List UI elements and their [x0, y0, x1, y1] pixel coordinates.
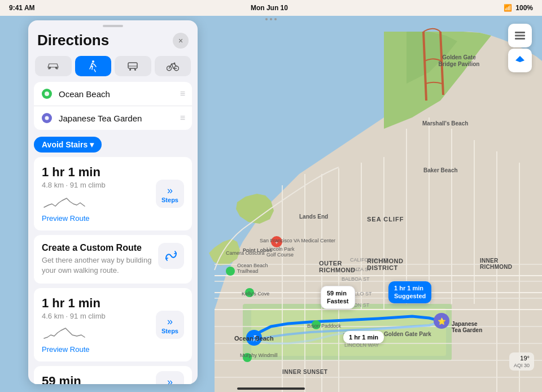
transport-car[interactable]: [35, 56, 72, 76]
drag-handle[interactable]: [103, 25, 123, 27]
label-outerrichmond: OUTERRICHMOND: [319, 260, 356, 273]
map-layers-btn[interactable]: [508, 24, 532, 47]
label-jteagarden: JapaneseTea Garden: [452, 321, 482, 333]
weather-aqi: AQI 30: [514, 363, 530, 368]
route-1-time: 1 hr 1 min: [42, 165, 184, 180]
svg-point-47: [92, 60, 94, 63]
callout-suggested[interactable]: 1 hr 1 min Suggested: [388, 281, 431, 303]
route-3-steps-btn[interactable]: » Steps: [156, 371, 184, 384]
transport-modes: [28, 54, 198, 82]
callout-fastest-time: 59 min: [327, 289, 349, 297]
panel-header: Directions ×: [28, 29, 198, 54]
weather-temp: 19°: [520, 355, 530, 361]
custom-route-icon: [158, 243, 184, 269]
origin-reorder-icon[interactable]: ≡: [180, 89, 185, 99]
label-ggpark: Golden Gate Park: [384, 331, 431, 337]
status-bar: 9:41 AM Mon Jun 10 📶 100%: [0, 0, 542, 16]
callout-route1-time: 1 hr 1 min: [349, 333, 378, 341]
transport-bike[interactable]: [155, 56, 191, 76]
routes-scroll[interactable]: 1 hr 1 min 4.8 km · 91 m climb Preview R…: [28, 157, 198, 384]
route-card-2: 1 hr 1 min 4.6 km · 91 m climb Preview R…: [34, 288, 192, 361]
route-2-steps-btn[interactable]: » Steps: [156, 311, 184, 339]
steps-chevron-icon: »: [167, 185, 173, 197]
label-innerrichmond: INNERRICHMOND: [480, 258, 512, 270]
map-btn-group: [508, 24, 532, 72]
route-1-preview[interactable]: Preview Route: [42, 214, 184, 223]
dest-name: Japanese Tea Garden: [59, 114, 174, 123]
callout-suggested-label: Suggested: [394, 292, 426, 300]
callout-suggested-time: 1 hr 1 min: [394, 284, 426, 292]
avoid-stairs-label: Avoid Stairs: [42, 140, 88, 149]
panel-title: Directions: [37, 32, 109, 49]
custom-route-description: Get there another way by building your o…: [42, 255, 152, 276]
svg-point-55: [45, 116, 49, 120]
chevron-down-icon: ▾: [90, 140, 94, 149]
locations-section: Ocean Beach ≡ Japanese Tea Garden ≡: [34, 82, 192, 130]
route-1-steps-label: Steps: [161, 197, 178, 203]
label-baker: Baker Beach: [423, 167, 458, 173]
svg-point-46: [55, 67, 58, 69]
label-oceanbeach: Ocean Beach: [234, 335, 274, 342]
svg-rect-44: [515, 38, 525, 40]
route-card-3: 59 min 4.6 km · 91 m climb » Steps: [34, 366, 192, 384]
route-2-steps-label: Steps: [161, 328, 178, 334]
avoid-stairs-btn[interactable]: Avoid Stairs ▾: [34, 137, 102, 153]
origin-name: Ocean Beach: [59, 89, 174, 99]
route-2-preview[interactable]: Preview Route: [42, 345, 184, 354]
label-landsend: Lands End: [299, 214, 328, 220]
label-richmond: RICHMONDDISTRICT: [367, 258, 404, 271]
weather-badge: 19° AQI 30: [509, 352, 534, 371]
callout-fastest[interactable]: 59 min Fastest: [321, 286, 355, 309]
route-1-elevation: [42, 194, 87, 210]
origin-icon-container: [41, 88, 53, 100]
route-1-steps-btn[interactable]: » Steps: [156, 180, 184, 208]
route-2-time: 1 hr 1 min: [42, 296, 184, 311]
custom-route-text: Create a Custom Route Get there another …: [42, 243, 152, 276]
label-ggbridge: Golden Gate Bridge Pavilion: [434, 54, 484, 68]
close-button[interactable]: ×: [173, 33, 189, 49]
svg-text:BALBOA ST: BALBOA ST: [342, 276, 370, 282]
transport-walk[interactable]: [75, 56, 112, 76]
top-dots: [265, 18, 277, 20]
callout-fastest-label: Fastest: [327, 297, 349, 305]
dest-reorder-icon[interactable]: ≡: [180, 113, 185, 123]
callout-route1[interactable]: 1 hr 1 min: [343, 331, 384, 343]
dest-icon-container: [41, 112, 53, 124]
label-cameraobscura: Camera Obscura: [226, 250, 265, 256]
label-innersunset: INNER SUNSET: [282, 369, 327, 375]
label-kellyscove: Kelly's Cove: [242, 291, 269, 297]
wifi-icon: 📶: [504, 4, 512, 12]
label-oceanbeachtrailhead: Ocean BeachTrailhead: [237, 263, 268, 274]
route-card-1: 1 hr 1 min 4.8 km · 91 m climb Preview R…: [34, 157, 192, 230]
svg-point-45: [49, 67, 51, 69]
status-time: 9:41 AM: [9, 4, 35, 12]
route-2-elevation: [42, 325, 87, 341]
custom-route-title: Create a Custom Route: [42, 243, 152, 253]
status-date: Mon Jun 10: [251, 4, 288, 12]
svg-rect-48: [128, 63, 137, 68]
dest-row: Japanese Tea Garden ≡: [34, 106, 192, 130]
label-seacliff: SEA CLIFF: [367, 216, 404, 223]
svg-rect-43: [515, 35, 525, 37]
home-indicator: [237, 387, 305, 390]
route-2-steps-chevron-icon: »: [167, 316, 173, 328]
label-lincolnpark: Lincoln ParkGolf Course: [266, 246, 295, 258]
status-right: 📶 100%: [504, 4, 533, 12]
route-3-steps-chevron-icon: »: [167, 376, 173, 384]
label-bisonpaddock: Bison Paddock: [307, 323, 341, 329]
svg-point-54: [45, 92, 49, 96]
dest-icon: [42, 113, 52, 123]
location-btn[interactable]: [508, 49, 532, 72]
label-sfva: San Francisco VA Medical Center: [260, 238, 335, 243]
battery-level: 100%: [515, 4, 533, 12]
svg-point-31: [226, 267, 235, 276]
origin-row: Ocean Beach ≡: [34, 82, 192, 106]
label-murphywindmill: Murphy Windmill: [240, 352, 278, 358]
svg-text:⭐: ⭐: [438, 317, 446, 325]
directions-panel: Directions ×: [28, 20, 198, 384]
label-marshalls: Marshall's Beach: [422, 120, 468, 127]
svg-point-53: [173, 63, 175, 64]
svg-rect-42: [515, 32, 525, 33]
transport-transit[interactable]: [115, 56, 151, 76]
custom-route-card[interactable]: Create a Custom Route Get there another …: [34, 235, 192, 284]
